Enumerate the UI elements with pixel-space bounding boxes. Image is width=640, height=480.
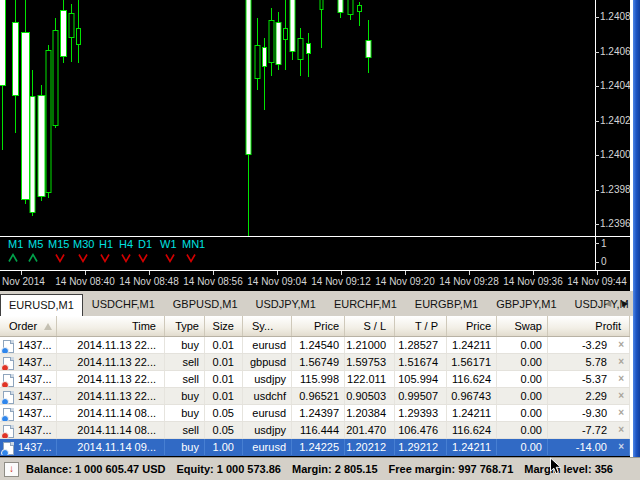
time-axis-label: 14 Nov 08:48 (119, 277, 179, 287)
cell-tp: 1.29212 (395, 439, 447, 455)
cell-symbol: usdjpy (243, 371, 292, 387)
cell-sl: 1.21000 (345, 337, 395, 353)
close-order-button[interactable]: × (618, 424, 624, 435)
tab-eurusd-m1[interactable]: EURUSD,M1 (0, 294, 83, 316)
time-tick (277, 271, 278, 275)
column-header-label: Price (466, 320, 491, 332)
timeframe-button-m30[interactable]: M30 (73, 239, 94, 250)
cell-swap: 0.00 (497, 354, 548, 370)
time-axis-label: 14 Nov 09:04 (247, 277, 307, 287)
pane-separator[interactable] (0, 236, 630, 237)
trade-row[interactable]: 1437...2014.11.14 08...sell0.05usdjpy116… (0, 422, 630, 439)
column-header-price_cur[interactable]: Price (447, 316, 497, 336)
tab-usdchf-m1[interactable]: USDCHF,M1 (83, 294, 164, 316)
trade-row[interactable]: 1437...2014.11.13 22...buy0.01eurusd1.24… (0, 337, 630, 354)
profit-value: -5.37 (582, 373, 607, 385)
cell-price_open: 1.56749 (292, 354, 345, 370)
window-border-right[interactable] (633, 0, 640, 457)
close-order-button[interactable]: × (618, 356, 624, 367)
candle (69, 4, 74, 62)
close-order-button[interactable]: × (618, 339, 624, 350)
cell-price_cur: 116.624 (447, 371, 497, 387)
cell-price_open: 1.24225 (292, 439, 345, 455)
tab-gbpusd-m1[interactable]: GBPUSD,M1 (164, 294, 247, 316)
tab-eurgbp-m1[interactable]: EURGBP,M1 (406, 294, 487, 316)
price-tick (595, 86, 599, 87)
trade-row[interactable]: 1437...2014.11.13 22...sell0.01gbpusd1.5… (0, 354, 630, 371)
price-tick (595, 52, 599, 53)
table-header: OrderTimeTypeSizeSy...PriceS / LT / PPri… (0, 316, 630, 337)
column-header-sl[interactable]: S / L (345, 316, 395, 336)
close-order-button[interactable]: × (618, 373, 624, 384)
tab-scroll-right-button[interactable]: ▶ (618, 297, 632, 311)
cell-swap: 0.00 (497, 405, 548, 421)
timeframe-button-h4[interactable]: H4 (119, 239, 133, 250)
close-order-button[interactable]: × (618, 441, 624, 452)
trade-terminal: OrderTimeTypeSizeSy...PriceS / LT / PPri… (0, 316, 630, 456)
tab-eurchf-m1[interactable]: EURCHF,M1 (325, 294, 406, 316)
cell-sl: 122.011 (345, 371, 395, 387)
mouse-cursor (549, 457, 562, 476)
column-header-order[interactable]: Order (0, 316, 57, 336)
timeframe-button-m5[interactable]: M5 (28, 239, 43, 250)
trade-row[interactable]: 1437...2014.11.13 22...sell0.01usdjpy115… (0, 371, 630, 388)
order-buy-icon (3, 442, 14, 455)
cell-tp: 106.476 (395, 422, 447, 438)
tab-scroll-left-button[interactable]: ◀ (601, 297, 615, 311)
cell-time: 2014.11.13 22... (57, 337, 165, 353)
candle (53, 18, 58, 128)
status-free_margin: Free margin: 997 768.71 (389, 463, 514, 475)
column-header-price_open[interactable]: Price (292, 316, 345, 336)
time-tick (405, 271, 406, 275)
close-order-button[interactable]: × (618, 407, 624, 418)
column-header-type[interactable]: Type (165, 316, 205, 336)
column-header-size[interactable]: Size (205, 316, 243, 336)
trade-row[interactable]: 1437...2014.11.14 08...buy0.05eurusd1.24… (0, 405, 630, 422)
timeframe-button-h1[interactable]: H1 (99, 239, 113, 250)
mt4-window: 1.240851.240651.240451.240251.240051.239… (0, 0, 640, 480)
candle (307, 33, 311, 77)
candle (348, 0, 353, 20)
arrow-down-icon (137, 252, 149, 264)
cell-profit: -5.37× (548, 371, 630, 387)
cell-price_cur: 1.24211 (447, 439, 497, 455)
column-header-tp[interactable]: T / P (395, 316, 447, 336)
timeframe-button-d1[interactable]: D1 (138, 239, 152, 250)
order-buy-icon (3, 408, 14, 421)
price-tick (595, 121, 599, 122)
cell-sl: 1.20212 (345, 439, 395, 455)
candle (77, 0, 81, 63)
cell-price_open: 1.24540 (292, 337, 345, 353)
column-header-profit[interactable]: Profit (548, 316, 630, 336)
arrow-down-icon (77, 252, 89, 264)
status-margin: Margin: 2 805.15 (292, 463, 378, 475)
candle (358, 2, 362, 26)
order-number: 1437... (18, 356, 52, 370)
timeframe-button-w1[interactable]: W1 (160, 239, 177, 250)
column-header-symbol[interactable]: Sy... (243, 316, 292, 336)
price-axis-line (595, 0, 596, 270)
candle (30, 70, 35, 216)
close-order-button[interactable]: × (618, 390, 624, 401)
cell-tp: 1.29393 (395, 405, 447, 421)
order-number: 1437... (18, 424, 52, 438)
cell-size: 0.05 (205, 405, 243, 421)
timeframe-button-mn1[interactable]: MN1 (182, 239, 205, 250)
cell-time: 2014.11.13 22... (57, 388, 165, 404)
profit-value: -14.00 (576, 441, 607, 453)
timeframe-button-m15[interactable]: M15 (48, 239, 69, 250)
cell-tp: 1.51674 (395, 354, 447, 370)
cell-time: 2014.11.14 08... (57, 422, 165, 438)
tab-usdjpy-m1[interactable]: USDJPY,M1 (247, 294, 325, 316)
trade-row[interactable]: 1437...2014.11.13 22...buy0.01usdchf0.96… (0, 388, 630, 405)
timeframe-button-m1[interactable]: M1 (8, 239, 23, 250)
profit-value: 2.29 (586, 390, 607, 402)
candle (298, 28, 303, 76)
column-header-time[interactable]: Time (57, 316, 165, 336)
trade-row[interactable]: 1437...2014.11.14 09...buy1.00eurusd1.24… (0, 439, 630, 456)
column-header-swap[interactable]: Swap (497, 316, 548, 336)
cell-sl: 1.59753 (345, 354, 395, 370)
order-type-dot (1, 347, 9, 353)
cell-profit: 2.29× (548, 388, 630, 404)
tab-gbpjpy-m1[interactable]: GBPJPY,M1 (487, 294, 565, 316)
